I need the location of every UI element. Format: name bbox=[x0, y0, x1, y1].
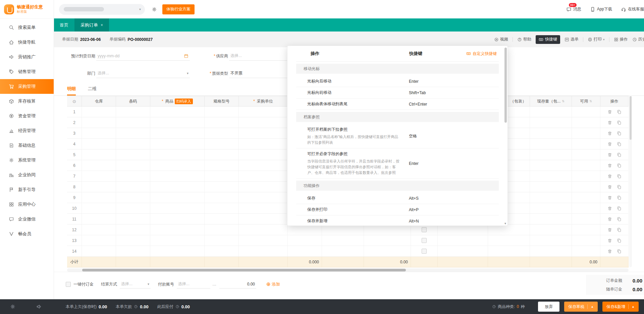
table-cell[interactable] bbox=[150, 182, 205, 192]
table-cell[interactable] bbox=[572, 149, 600, 160]
row-delete-button[interactable] bbox=[607, 228, 612, 232]
discard-button[interactable]: 放弃 bbox=[538, 302, 559, 312]
sidebar-item-org[interactable]: 企业协同 bbox=[0, 168, 54, 182]
table-cell[interactable] bbox=[239, 214, 288, 224]
scan-entry-button[interactable]: 扫码录入 bbox=[175, 99, 193, 104]
table-cell[interactable] bbox=[239, 107, 288, 117]
announcement-icon[interactable] bbox=[36, 304, 42, 309]
table-cell[interactable] bbox=[239, 182, 288, 192]
messages-button[interactable]: 99+ 消息 bbox=[566, 6, 581, 12]
row-delete-button[interactable] bbox=[607, 142, 612, 146]
print-button[interactable]: 打印▾ bbox=[588, 37, 605, 42]
table-cell[interactable] bbox=[150, 203, 205, 213]
row-delete-button[interactable] bbox=[607, 152, 612, 157]
table-cell[interactable] bbox=[205, 192, 239, 203]
table-cell[interactable] bbox=[82, 214, 116, 224]
question-circle-icon[interactable] bbox=[175, 305, 179, 309]
table-cell[interactable] bbox=[150, 107, 205, 117]
tab-purchase-order[interactable]: 采购订单 × bbox=[74, 18, 109, 32]
arrival-date-input[interactable]: yyyy-mm-dd bbox=[96, 51, 190, 61]
table-cell[interactable] bbox=[116, 225, 150, 235]
row-copy-button[interactable] bbox=[617, 185, 622, 189]
invoice-type-select[interactable]: 不开票 bbox=[229, 69, 288, 78]
table-cell[interactable] bbox=[530, 225, 572, 235]
table-cell[interactable] bbox=[116, 149, 150, 160]
table-cell[interactable] bbox=[530, 192, 572, 203]
table-cell[interactable] bbox=[364, 225, 411, 235]
row-delete-button[interactable] bbox=[607, 217, 612, 222]
sidebar-item-horn[interactable]: 营销推广 bbox=[0, 50, 54, 64]
table-cell[interactable] bbox=[530, 117, 572, 128]
table-cell[interactable] bbox=[82, 246, 116, 256]
table-cell[interactable] bbox=[82, 171, 116, 181]
table-cell[interactable] bbox=[488, 225, 530, 235]
table-cell[interactable] bbox=[530, 107, 572, 117]
popup-scrollbar-thumb[interactable] bbox=[504, 48, 507, 123]
settle-method-select[interactable]: 选择... ▾ bbox=[120, 280, 151, 289]
row-delete-button[interactable] bbox=[607, 238, 612, 243]
table-cell[interactable] bbox=[530, 171, 572, 181]
tab-detail[interactable]: 明细 bbox=[67, 82, 76, 96]
table-cell[interactable] bbox=[82, 149, 116, 160]
table-cell[interactable] bbox=[364, 246, 411, 256]
table-cell[interactable] bbox=[572, 128, 600, 138]
table-cell[interactable] bbox=[572, 171, 600, 181]
sidebar-item-gear[interactable]: 系统管理 bbox=[0, 153, 54, 168]
gear-icon[interactable] bbox=[152, 7, 157, 12]
table-cell[interactable] bbox=[82, 235, 116, 246]
row-delete-button[interactable] bbox=[607, 206, 612, 211]
table-cell[interactable] bbox=[205, 225, 239, 235]
table-cell[interactable] bbox=[205, 214, 239, 224]
row-delete-button[interactable] bbox=[607, 163, 612, 168]
sidebar-item-chat[interactable]: 企业微信 bbox=[0, 212, 54, 227]
table-cell[interactable] bbox=[116, 107, 150, 117]
sidebar-item-vip[interactable]: 畅会员 bbox=[0, 227, 54, 241]
table-cell[interactable] bbox=[288, 235, 322, 246]
table-cell[interactable] bbox=[150, 128, 205, 138]
table-cell[interactable] bbox=[116, 128, 150, 138]
table-cell[interactable] bbox=[205, 160, 239, 171]
table-cell[interactable] bbox=[239, 203, 288, 213]
row-copy-button[interactable] bbox=[617, 249, 622, 254]
payment-account-select[interactable]: 选择... bbox=[177, 280, 210, 289]
table-cell[interactable] bbox=[205, 117, 239, 128]
table-cell[interactable] bbox=[205, 128, 239, 138]
row-copy-button[interactable] bbox=[617, 238, 622, 243]
table-cell[interactable] bbox=[82, 192, 116, 203]
table-cell[interactable] bbox=[150, 160, 205, 171]
table-cell[interactable] bbox=[288, 225, 322, 235]
table-cell[interactable] bbox=[572, 107, 600, 117]
row-copy-button[interactable] bbox=[617, 206, 622, 211]
table-cell[interactable] bbox=[116, 139, 150, 149]
row-copy-button[interactable] bbox=[617, 195, 622, 200]
gift-checkbox[interactable] bbox=[422, 249, 427, 254]
table-cell[interactable] bbox=[572, 225, 600, 235]
sidebar-item-coin[interactable]: 资金管理 bbox=[0, 109, 54, 123]
sort-icon[interactable]: ⇅ bbox=[562, 100, 565, 103]
table-cell[interactable] bbox=[322, 246, 364, 256]
table-cell[interactable] bbox=[82, 128, 116, 138]
sidebar-item-home[interactable]: 快捷导航 bbox=[0, 35, 54, 50]
sidebar-item-flag[interactable]: 新手引导 bbox=[0, 182, 54, 197]
sidebar-item-doc[interactable]: 基础信息 bbox=[0, 138, 54, 153]
table-cell[interactable] bbox=[116, 171, 150, 181]
table-cell[interactable] bbox=[438, 246, 488, 256]
table-cell[interactable] bbox=[150, 235, 205, 246]
table-cell[interactable] bbox=[82, 139, 116, 149]
save-draft-button[interactable]: 保存草稿▲ bbox=[564, 302, 598, 312]
row-delete-button[interactable] bbox=[607, 110, 612, 114]
sidebar-item-grid[interactable]: 应用中心 bbox=[0, 197, 54, 212]
industry-solution-button[interactable]: 体验行业方案 bbox=[162, 4, 195, 14]
table-cell[interactable] bbox=[530, 128, 572, 138]
row-copy-button[interactable] bbox=[617, 131, 622, 136]
table-cell[interactable] bbox=[205, 139, 239, 149]
row-copy-button[interactable] bbox=[617, 110, 622, 114]
question-circle-icon[interactable] bbox=[492, 305, 496, 309]
table-cell[interactable] bbox=[530, 246, 572, 256]
calendar-icon[interactable] bbox=[184, 54, 189, 58]
row-copy-button[interactable] bbox=[617, 152, 622, 157]
table-cell[interactable] bbox=[82, 225, 116, 235]
table-cell[interactable] bbox=[364, 235, 411, 246]
video-button[interactable]: 视频 bbox=[494, 37, 508, 42]
hscroll-thumb[interactable] bbox=[82, 269, 406, 271]
